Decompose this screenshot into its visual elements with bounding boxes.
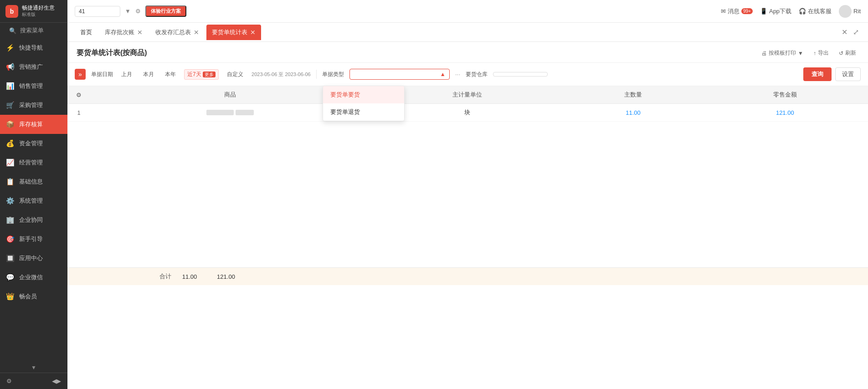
total-amount: 121.00 bbox=[208, 273, 244, 280]
refresh-btn[interactable]: ↺ 刷新 bbox=[836, 47, 859, 59]
newbie-icon: 🎯 bbox=[5, 235, 15, 244]
date-last7days-btn[interactable]: 近7天 更多 bbox=[184, 69, 219, 80]
topbar-right: ✉ 消息 99+ 📱 App下载 🎧 在线客服 Rit bbox=[721, 5, 861, 18]
sidebar-item-label: 快捷导航 bbox=[19, 44, 43, 52]
sidebar-item-newbie[interactable]: 🎯 新手引导 bbox=[0, 230, 67, 249]
main-area: ▼ ⚙ 体验行业方案 ✉ 消息 99+ 📱 App下载 🎧 在线客服 Rit bbox=[67, 0, 868, 389]
tab-inventory-batch-close[interactable]: ✕ bbox=[137, 29, 143, 36]
tab-receive-summary[interactable]: 收发存汇总表 ✕ bbox=[150, 25, 205, 40]
logo-text: 畅捷通好生意 标准版 bbox=[22, 5, 55, 18]
refresh-label: 刷新 bbox=[845, 49, 856, 57]
sidebar-item-enterprise[interactable]: 🏢 企业协同 bbox=[0, 210, 67, 230]
tab-home[interactable]: 首页 bbox=[75, 25, 98, 40]
messages-badge: 99+ bbox=[741, 8, 753, 14]
placeholder-bar-2 bbox=[236, 110, 254, 115]
date-last-month-btn[interactable]: 上月 bbox=[118, 70, 135, 79]
sidebar-item-operations[interactable]: 📈 经营管理 bbox=[0, 153, 67, 172]
close-all-tabs-btn[interactable]: ✕ bbox=[840, 27, 849, 37]
apps-icon: 🔲 bbox=[5, 254, 15, 263]
export-btn[interactable]: ↑ 导出 bbox=[811, 47, 832, 59]
sidebar-item-member[interactable]: 👑 畅会员 bbox=[0, 287, 67, 306]
dropdown-item-request-order[interactable]: 要货单要货 bbox=[323, 86, 404, 103]
page-actions: 🖨 按模板打印 ▼ ↑ 导出 ↺ 刷新 bbox=[759, 47, 859, 59]
sidebar-nav: ⚡ 快捷导航 📢 营销推广 📊 销售管理 🛒 采购管理 📦 库存核算 💰 资金管… bbox=[0, 38, 67, 363]
dropdown-item-request-return[interactable]: 要货单退货 bbox=[323, 103, 404, 121]
sidebar-item-label: 新手引导 bbox=[19, 235, 43, 243]
topbar-dropdown-icon[interactable]: ▼ bbox=[125, 8, 131, 15]
footer-settings-icon[interactable]: ⚙ bbox=[6, 378, 12, 384]
filter-expand-btn[interactable]: » bbox=[75, 69, 86, 80]
date-last7days-label: 近7天 bbox=[187, 71, 201, 77]
sidebar-footer: ⚙ ◀▶ bbox=[0, 373, 67, 389]
app-download-label: App下载 bbox=[769, 7, 791, 15]
table-empty-space bbox=[67, 122, 868, 267]
row-amount[interactable]: 121.00 bbox=[702, 104, 868, 122]
sidebar-scroll-down[interactable]: ▼ bbox=[0, 363, 67, 373]
expand-icon: » bbox=[78, 71, 82, 78]
online-service-btn[interactable]: 🎧 在线客服 bbox=[799, 7, 832, 15]
query-btn[interactable]: 查询 bbox=[803, 67, 832, 81]
maximize-btn[interactable]: ⤢ bbox=[851, 27, 861, 37]
content-area: 要货单统计表(按商品) 🖨 按模板打印 ▼ ↑ 导出 ↺ 刷新 bbox=[67, 42, 868, 389]
warehouse-select[interactable] bbox=[493, 72, 548, 77]
tab-order-stats[interactable]: 要货单统计表 ✕ bbox=[206, 25, 261, 40]
sidebar-item-label: 企业微信 bbox=[19, 273, 43, 282]
type-caret-icon[interactable]: ▲ bbox=[440, 71, 446, 77]
tab-home-label: 首页 bbox=[80, 28, 92, 36]
tab-order-stats-close[interactable]: ✕ bbox=[250, 29, 256, 36]
app-title: 畅捷通好生意 bbox=[22, 5, 55, 12]
filter-settings-btn[interactable]: 设置 bbox=[835, 67, 861, 81]
type-label: 单据类型 bbox=[322, 71, 344, 78]
col-amount: 零售金额 bbox=[702, 86, 868, 104]
messages-btn[interactable]: ✉ 消息 99+ bbox=[721, 7, 753, 15]
table-settings-icon[interactable]: ⚙ bbox=[76, 92, 82, 98]
app-logo: b 畅捷通好生意 标准版 bbox=[0, 0, 67, 23]
sidebar-item-inventory[interactable]: 📦 库存核算 bbox=[0, 115, 67, 134]
footer-collapse-icon[interactable]: ◀▶ bbox=[52, 378, 61, 384]
print-template-btn[interactable]: 🖨 按模板打印 ▼ bbox=[759, 47, 806, 59]
app-download-btn[interactable]: 📱 App下载 bbox=[760, 7, 791, 15]
total-label: 合计 bbox=[159, 273, 171, 280]
table-header-row: ⚙ 商品 主计量单位 主数量 零售金额 bbox=[67, 86, 868, 104]
more-options-icon[interactable]: ··· bbox=[455, 71, 461, 78]
date-this-month-btn[interactable]: 本月 bbox=[140, 70, 157, 79]
type-input[interactable] bbox=[354, 71, 437, 77]
app-subtitle: 标准版 bbox=[22, 11, 55, 18]
date-custom-btn[interactable]: 自定义 bbox=[224, 70, 246, 79]
purchase-icon: 🛒 bbox=[5, 101, 15, 110]
sidebar-item-apps[interactable]: 🔲 应用中心 bbox=[0, 249, 67, 268]
topbar-input[interactable] bbox=[75, 6, 120, 17]
topbar: ▼ ⚙ 体验行业方案 ✉ 消息 99+ 📱 App下载 🎧 在线客服 Rit bbox=[67, 0, 868, 23]
headset-icon: 🎧 bbox=[799, 8, 806, 15]
row-number: 1 bbox=[67, 104, 90, 122]
tab-inventory-batch[interactable]: 库存批次账 ✕ bbox=[99, 25, 148, 40]
sidebar-item-label: 应用中心 bbox=[19, 254, 43, 262]
col-settings[interactable]: ⚙ bbox=[67, 86, 90, 104]
sidebar-item-sales[interactable]: 📊 销售管理 bbox=[0, 77, 67, 96]
date-this-year-btn[interactable]: 本年 bbox=[162, 70, 179, 79]
sidebar-item-purchase[interactable]: 🛒 采购管理 bbox=[0, 96, 67, 115]
warehouse-label: 要货仓库 bbox=[466, 71, 488, 78]
sidebar-item-label: 基础信息 bbox=[19, 178, 43, 186]
tab-receive-summary-close[interactable]: ✕ bbox=[194, 29, 199, 36]
user-avatar[interactable]: Rit bbox=[839, 5, 861, 18]
search-menu[interactable]: 🔍 搜索菜单 bbox=[0, 23, 67, 38]
sidebar-item-basic[interactable]: 📋 基础信息 bbox=[0, 172, 67, 191]
type-select[interactable]: ▲ bbox=[349, 69, 450, 80]
operations-icon: 📈 bbox=[5, 158, 15, 167]
print-dropdown-icon[interactable]: ▼ bbox=[798, 50, 803, 56]
member-icon: 👑 bbox=[5, 292, 15, 301]
industry-btn[interactable]: 体验行业方案 bbox=[145, 5, 186, 17]
topbar-left: ▼ ⚙ 体验行业方案 bbox=[75, 5, 186, 17]
topbar-settings-icon[interactable]: ⚙ bbox=[135, 8, 141, 15]
sidebar-item-marketing[interactable]: 📢 营销推广 bbox=[0, 57, 67, 77]
sidebar-item-system[interactable]: ⚙️ 系统管理 bbox=[0, 191, 67, 210]
sidebar-item-quick-nav[interactable]: ⚡ 快捷导航 bbox=[0, 38, 67, 57]
row-quantity[interactable]: 11.00 bbox=[565, 104, 702, 122]
sidebar-item-label: 企业协同 bbox=[19, 216, 43, 224]
search-icon: 🔍 bbox=[9, 27, 16, 34]
sidebar: b 畅捷通好生意 标准版 🔍 搜索菜单 ⚡ 快捷导航 📢 营销推广 📊 销售管理… bbox=[0, 0, 67, 389]
page-header: 要货单统计表(按商品) 🖨 按模板打印 ▼ ↑ 导出 ↺ 刷新 bbox=[67, 42, 868, 63]
sidebar-item-finance[interactable]: 💰 资金管理 bbox=[0, 134, 67, 153]
sidebar-item-wechat[interactable]: 💬 企业微信 bbox=[0, 268, 67, 287]
